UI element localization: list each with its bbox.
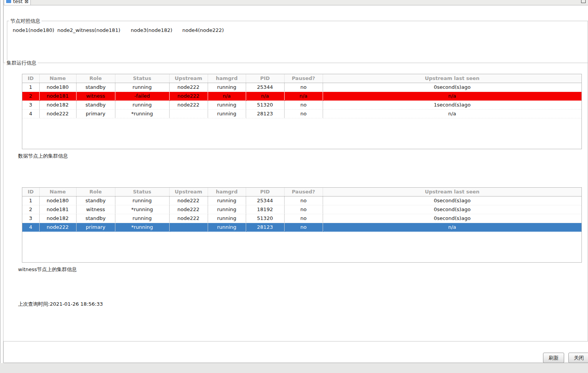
table-row[interactable]: 4node222primary*runningrunning28123non/a	[22, 109, 581, 118]
table-header-row: IDNameRoleStatusUpstreamhamgrdPIDPaused?…	[22, 188, 581, 196]
table-cell: 3	[22, 100, 39, 109]
column-header[interactable]: PID	[246, 74, 284, 83]
table-cell: standby	[76, 214, 115, 223]
table-row[interactable]: 2node181witness*runningnode222running181…	[22, 205, 581, 214]
table-cell: running	[208, 223, 246, 231]
table-cell: 2	[22, 205, 39, 214]
table-cell: no	[284, 223, 323, 231]
table-cell: n/a	[246, 92, 284, 100]
witness-node-table[interactable]: IDNameRoleStatusUpstreamhamgrdPIDPaused?…	[22, 187, 582, 263]
window-restore-icon[interactable]	[581, 0, 586, 3]
column-header[interactable]: Upstream	[169, 188, 208, 196]
table-cell: primary	[76, 223, 115, 231]
column-header[interactable]: Status	[115, 74, 169, 83]
table-cell: n/a	[284, 92, 323, 100]
table-cell: no	[284, 83, 323, 92]
tab-test[interactable]: test ⊠	[4, 0, 31, 5]
table-cell: 51320	[246, 214, 284, 223]
node-label-1: node1(node180)	[13, 27, 54, 33]
table-cell: 0second(s)ago	[323, 214, 581, 223]
node-label-4: node4(node222)	[182, 27, 224, 33]
table-cell: node180	[39, 83, 76, 92]
table-cell: 1	[22, 83, 39, 92]
column-header[interactable]: Name	[39, 74, 76, 83]
table-cell: *running	[115, 109, 169, 118]
column-header[interactable]: ID	[22, 74, 39, 83]
column-header[interactable]: Name	[39, 188, 76, 196]
column-header[interactable]: PID	[246, 188, 284, 196]
table-cell: no	[284, 100, 323, 109]
cluster-info-title: 集群运行信息	[5, 60, 38, 66]
table-cell: 1	[22, 196, 39, 205]
table-cell	[169, 223, 208, 231]
table-cell: *running	[115, 205, 169, 214]
table-cell: standby	[76, 83, 115, 92]
table-cell: running	[115, 83, 169, 92]
data-node-table[interactable]: IDNameRoleStatusUpstreamhamgrdPIDPaused?…	[22, 74, 582, 149]
table-cell: node222	[39, 109, 76, 118]
table-row[interactable]: 1node180standbyrunningnode222running2534…	[22, 196, 581, 205]
table-cell	[169, 109, 208, 118]
table-cell: node181	[39, 92, 76, 100]
column-header[interactable]: Role	[76, 188, 115, 196]
table-row[interactable]: 3node182standbyrunningnode222running5132…	[22, 214, 581, 223]
table-cell: node222	[39, 223, 76, 231]
table-cell: 4	[22, 109, 39, 118]
column-header[interactable]: Paused?	[284, 74, 323, 83]
tab-title: test	[13, 0, 23, 4]
content-panel: 节点对照信息 node1(node180) node2_witness(node…	[4, 5, 588, 363]
table-cell: 18192	[246, 205, 284, 214]
cluster-info-groupbox: 集群运行信息 IDNameRoleStatusUpstreamhamgrdPID…	[3, 63, 588, 341]
table-cell: no	[284, 109, 323, 118]
table-cell: 2	[22, 92, 39, 100]
table-cell: running	[115, 196, 169, 205]
table-cell: no	[284, 214, 323, 223]
table-cell: standby	[76, 196, 115, 205]
witness-node-table-caption: witness节点上的集群信息	[18, 266, 77, 273]
table-cell: 0second(s)ago	[323, 83, 581, 92]
column-header[interactable]: Paused?	[284, 188, 323, 196]
tab-close-icon[interactable]: ⊠	[25, 0, 28, 4]
table-cell: running	[208, 205, 246, 214]
table-row[interactable]: 1node180standbyrunningnode222running2534…	[22, 83, 581, 92]
table-cell: node182	[39, 100, 76, 109]
node-label-3: node3(node182)	[131, 27, 172, 33]
table-cell: node222	[169, 214, 208, 223]
table-header-row: IDNameRoleStatusUpstreamhamgrdPIDPaused?…	[22, 74, 581, 83]
refresh-button[interactable]: 刷新	[543, 353, 564, 363]
table-cell: 0second(s)ago	[323, 196, 581, 205]
table-cell: no	[284, 196, 323, 205]
table-cell: 1second(s)ago	[323, 100, 581, 109]
blue-document-icon	[6, 0, 11, 3]
column-header[interactable]: Upstream	[169, 74, 208, 83]
table-cell: primary	[76, 109, 115, 118]
column-header[interactable]: Status	[115, 188, 169, 196]
column-header[interactable]: Upstream last seen	[323, 188, 581, 196]
table-cell: 51320	[246, 100, 284, 109]
table-row[interactable]: 2node181witness-failednode222n/an/an/an/…	[22, 92, 581, 100]
table-cell: 25344	[246, 83, 284, 92]
column-header[interactable]: hamgrd	[208, 188, 246, 196]
close-button[interactable]: 关闭	[568, 353, 588, 363]
table-cell: running	[208, 214, 246, 223]
column-header[interactable]: Upstream last seen	[323, 74, 581, 83]
column-header[interactable]: hamgrd	[208, 74, 246, 83]
column-header[interactable]: ID	[22, 188, 39, 196]
application-window: test ⊠ 节点对照信息 node1(node180) node2_witne…	[0, 0, 588, 373]
tab-bar: test ⊠	[4, 0, 588, 5]
table-row[interactable]: 3node182standbyrunningnode222running5132…	[22, 100, 581, 109]
column-header[interactable]: Role	[76, 74, 115, 83]
table-cell: node222	[169, 92, 208, 100]
table-cell: 0second(s)ago	[323, 205, 581, 214]
table-cell: 28123	[246, 223, 284, 231]
table-cell: witness	[76, 92, 115, 100]
table-cell: 28123	[246, 109, 284, 118]
table-cell: node222	[169, 205, 208, 214]
table-cell: standby	[76, 100, 115, 109]
table-cell: -failed	[115, 92, 169, 100]
table-cell: node222	[169, 100, 208, 109]
table-row[interactable]: 4node222primary*runningrunning28123non/a	[22, 223, 581, 231]
table-cell: 4	[22, 223, 39, 231]
node-mapping-groupbox: 节点对照信息 node1(node180) node2_witness(node…	[7, 21, 588, 63]
table-cell: 25344	[246, 196, 284, 205]
